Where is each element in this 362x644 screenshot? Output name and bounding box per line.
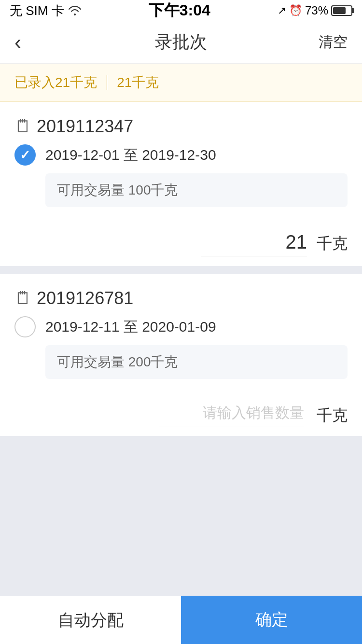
nav-bar: ‹ 录批次 清空 — [0, 21, 362, 64]
batch-available-2: 可用交易量 200千克 — [45, 345, 348, 379]
status-indicators: ↗ ⏰ 73% — [278, 4, 352, 17]
batch-id-1: 2019112347 — [37, 116, 133, 137]
back-button[interactable]: ‹ — [14, 31, 43, 54]
batch-header-1: 🗒 2019112347 — [14, 116, 348, 137]
auto-distribute-button[interactable]: 自动分配 — [0, 596, 181, 644]
batch-available-1: 可用交易量 100千克 — [45, 173, 348, 207]
batch-item-1: 🗒 2019112347 2019-12-01 至 2019-12-30 可用交… — [0, 102, 362, 226]
radio-2[interactable] — [14, 316, 36, 337]
qty-input-wrap-2: 请输入销售数量 — [159, 403, 304, 426]
status-carrier: 无 SIM 卡 — [10, 2, 82, 19]
summary-divider — [107, 75, 107, 90]
status-time: 下午3:04 — [149, 0, 210, 21]
batch-qty-row-1: 21 千克 — [0, 226, 362, 266]
clear-button[interactable]: 清空 — [319, 32, 348, 52]
doc-icon-1: 🗒 — [14, 116, 32, 137]
doc-icon-2: 🗒 — [14, 288, 32, 308]
batch-date-1: 2019-12-01 至 2019-12-30 — [45, 145, 216, 165]
page-title: 录批次 — [155, 30, 207, 54]
batch-qty-underline-1: 21 — [201, 231, 307, 256]
batch-header-2: 🗒 2019126781 — [14, 288, 348, 308]
radio-1[interactable] — [14, 144, 36, 166]
batch-unit-2: 千克 — [317, 405, 348, 426]
confirm-button[interactable]: 确定 — [181, 596, 362, 644]
summary-banner: 已录入21千克 21千克 — [0, 64, 362, 102]
batch-qty-value-1[interactable]: 21 — [249, 231, 307, 253]
alarm-icon: ⏰ — [289, 4, 302, 17]
qty-placeholder-2[interactable]: 请输入销售数量 — [203, 403, 304, 423]
bottom-bar: 自动分配 确定 — [0, 596, 362, 644]
battery-fill — [333, 7, 346, 14]
batch-row-1[interactable]: 2019-12-01 至 2019-12-30 — [14, 144, 348, 166]
location-icon: ↗ — [278, 4, 286, 17]
content-area: 🗒 2019112347 2019-12-01 至 2019-12-30 可用交… — [0, 102, 362, 644]
status-bar: 无 SIM 卡 下午3:04 ↗ ⏰ 73% — [0, 0, 362, 21]
carrier-text: 无 SIM 卡 — [10, 2, 64, 19]
summary-value: 21千克 — [117, 73, 159, 92]
section-divider — [0, 266, 362, 274]
batch-date-2: 2019-12-11 至 2020-01-09 — [45, 317, 216, 337]
batch-unit-1: 千克 — [317, 233, 348, 254]
summary-label: 已录入21千克 — [14, 73, 97, 92]
batch-row-2[interactable]: 2019-12-11 至 2020-01-09 — [14, 316, 348, 337]
batch-id-2: 2019126781 — [37, 288, 133, 308]
batch-qty-row-2: 请输入销售数量 千克 — [0, 398, 362, 436]
batch-item-2: 🗒 2019126781 2019-12-11 至 2020-01-09 可用交… — [0, 274, 362, 398]
battery-percent: 73% — [305, 4, 328, 17]
battery-icon — [331, 5, 352, 16]
wifi-icon — [68, 5, 82, 16]
